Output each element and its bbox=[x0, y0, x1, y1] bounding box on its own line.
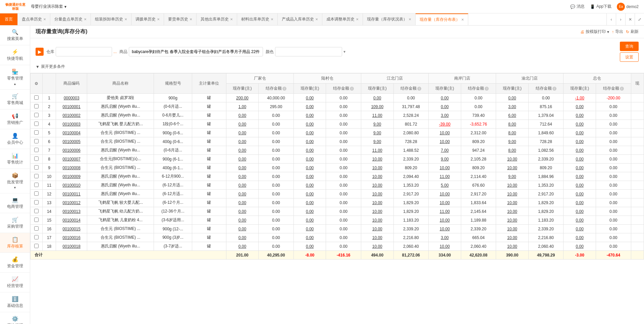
row-checkbox[interactable] bbox=[31, 216, 43, 225]
row-c2-qty[interactable]: 0.00 bbox=[293, 198, 326, 207]
row-code[interactable]: 00100018 bbox=[56, 242, 87, 251]
row-c1-qty[interactable]: 0.00 bbox=[226, 172, 259, 181]
row-c5-qty[interactable]: 8.00 bbox=[496, 120, 529, 129]
row-tot-qty[interactable]: 0.00 bbox=[564, 181, 596, 190]
row-c1-qty[interactable]: 0.00 bbox=[226, 190, 259, 198]
sidebar-item-retail-stats[interactable]: 📊 零售统计 bbox=[0, 149, 30, 169]
refresh-btn[interactable]: ↻ 刷新 bbox=[626, 29, 639, 35]
tab-close-portion-count[interactable]: ✕ bbox=[84, 17, 87, 21]
tab-material-out[interactable]: 材料出库单历史 ✕ bbox=[237, 13, 278, 26]
row-tot-qty[interactable]: 0.00 bbox=[564, 102, 596, 111]
row-c4-qty[interactable]: 7.00 bbox=[429, 146, 461, 155]
row-code[interactable]: 00100010 bbox=[56, 181, 87, 190]
row-tot-qty[interactable]: 0.00 bbox=[564, 129, 596, 137]
tab-close-stock-dist[interactable]: ✕ bbox=[461, 18, 464, 21]
lucun-amt-info[interactable]: i bbox=[350, 87, 354, 91]
row-c1-qty[interactable]: 0.00 bbox=[226, 207, 259, 216]
row-tot-qty[interactable]: 0.00 bbox=[564, 111, 596, 120]
export-btn[interactable]: ↑ 导出 bbox=[612, 29, 623, 35]
row-c4-qty[interactable]: 11.00 bbox=[429, 172, 461, 181]
row-c3-qty[interactable]: 10.00 bbox=[361, 172, 393, 181]
row-tot-qty[interactable]: 0.00 bbox=[564, 120, 596, 129]
row-c5-qty[interactable]: 9.00 bbox=[496, 137, 529, 146]
row-c1-qty[interactable]: 0.00 bbox=[226, 146, 259, 155]
sidebar-item-retail-mall[interactable]: 🛒 零售商城 bbox=[0, 90, 30, 109]
expand-conditions-btn[interactable]: ▼ 展开更多条件 bbox=[36, 64, 639, 70]
row-code[interactable]: 00100009 bbox=[56, 172, 87, 181]
row-code[interactable]: 00100002 bbox=[56, 111, 87, 120]
row-c2-qty[interactable]: 0.00 bbox=[293, 225, 326, 233]
row-c1-qty[interactable]: 0.00 bbox=[226, 225, 259, 233]
row-c4-qty[interactable]: 9.00 bbox=[429, 155, 461, 164]
row-c3-qty[interactable]: 109.00 bbox=[361, 102, 393, 111]
tab-stock-dist[interactable]: 现存量（库存分布表） ✕ bbox=[416, 13, 468, 26]
row-code[interactable]: 00100007 bbox=[56, 155, 87, 164]
row-tot-qty[interactable]: 0.00 bbox=[564, 172, 596, 181]
tab-product-in[interactable]: 产成品入库单历史 ✕ bbox=[278, 13, 322, 26]
row-c3-qty[interactable]: 10.00 bbox=[361, 225, 393, 233]
row-c2-qty[interactable]: 0.00 bbox=[293, 164, 326, 172]
row-c2-qty[interactable]: 0.00 bbox=[293, 94, 326, 102]
row-code[interactable]: 00100013 bbox=[56, 207, 87, 216]
row-c1-qty[interactable]: 0.00 bbox=[226, 233, 259, 242]
dropdown-arrow-icon[interactable]: ▾ bbox=[64, 4, 66, 9]
row-code[interactable]: 00100003 bbox=[56, 120, 87, 129]
row-c2-qty[interactable]: 0.00 bbox=[293, 242, 326, 251]
tab-next-btn[interactable]: › bbox=[616, 13, 625, 26]
row-checkbox[interactable] bbox=[31, 225, 43, 233]
row-tot-qty[interactable]: 0.00 bbox=[564, 146, 596, 155]
row-tot-qty[interactable]: 0.00 bbox=[564, 137, 596, 146]
row-c5-qty[interactable]: 10.00 bbox=[496, 207, 529, 216]
app-download-btn[interactable]: 📱 App下载 bbox=[590, 4, 611, 9]
tab-close-cost-adjust[interactable]: ✕ bbox=[356, 17, 359, 21]
tab-home[interactable]: 首页 bbox=[0, 13, 18, 26]
row-checkbox[interactable] bbox=[31, 233, 43, 242]
tab-close-material-out[interactable]: ✕ bbox=[271, 17, 273, 21]
row-c2-qty[interactable]: 0.00 bbox=[293, 181, 326, 190]
row-code[interactable]: 00100008 bbox=[56, 164, 87, 172]
row-c5-qty[interactable]: 10.00 bbox=[496, 198, 529, 207]
search-expand-arrow[interactable]: ▶ bbox=[36, 48, 44, 56]
row-c3-qty[interactable]: 10.00 bbox=[361, 181, 393, 190]
row-c4-qty[interactable]: 0.00 bbox=[429, 102, 461, 111]
tab-transfer[interactable]: 调拨单历史 ✕ bbox=[131, 13, 164, 26]
row-c5-qty[interactable]: 10.00 bbox=[496, 225, 529, 233]
tab-close-all-btn[interactable]: ✕ bbox=[625, 13, 635, 26]
warehouse-dots[interactable]: ... bbox=[113, 49, 117, 54]
row-c2-qty[interactable]: 0.00 bbox=[293, 172, 326, 181]
row-c3-qty[interactable]: 0.00 bbox=[361, 94, 393, 102]
row-c4-qty[interactable]: 10.00 bbox=[429, 137, 461, 146]
tab-demand[interactable]: 要货单历史 ✕ bbox=[164, 13, 197, 26]
tab-stock-status[interactable]: 现存量（库存状况表） ✕ bbox=[363, 13, 416, 26]
row-c3-qty[interactable]: 11.00 bbox=[361, 111, 393, 120]
row-checkbox[interactable] bbox=[31, 120, 43, 129]
yubei-amt-info[interactable]: i bbox=[552, 87, 556, 91]
row-checkbox[interactable] bbox=[31, 94, 43, 102]
tab-close-transfer[interactable]: ✕ bbox=[157, 17, 160, 21]
sidebar-item-basics[interactable]: ℹ️ 基础信息 bbox=[0, 292, 30, 312]
tab-close-product-in[interactable]: ✕ bbox=[315, 17, 318, 21]
row-code[interactable]: 00100015 bbox=[56, 225, 87, 233]
row-checkbox[interactable] bbox=[31, 242, 43, 251]
row-c4-qty[interactable]: 10.00 bbox=[429, 190, 461, 198]
tab-close-other-out[interactable]: ✕ bbox=[230, 17, 233, 21]
row-tot-qty[interactable]: 0.00 bbox=[564, 225, 596, 233]
row-c2-qty[interactable]: 0.00 bbox=[293, 129, 326, 137]
tab-close-demand[interactable]: ✕ bbox=[190, 17, 192, 21]
row-c1-qty[interactable]: 0.00 bbox=[226, 155, 259, 164]
row-c1-qty[interactable]: 0.00 bbox=[226, 129, 259, 137]
row-checkbox[interactable] bbox=[31, 102, 43, 111]
row-c5-qty[interactable]: 10.00 bbox=[496, 233, 529, 242]
color-input[interactable] bbox=[275, 47, 342, 56]
tab-assembly[interactable]: 组装拆卸单历史 ✕ bbox=[91, 13, 131, 26]
tab-prev-btn[interactable]: ‹ bbox=[606, 13, 616, 26]
row-code[interactable]: 00100005 bbox=[56, 137, 87, 146]
tab-portion-count[interactable]: 分量盘点单历史 ✕ bbox=[50, 13, 91, 26]
row-c3-qty[interactable]: 9.00 bbox=[361, 120, 393, 129]
tab-close-inventory-count[interactable]: ✕ bbox=[43, 17, 46, 21]
tab-other-out[interactable]: 其他出库单历史 ✕ bbox=[197, 13, 237, 26]
row-c4-qty[interactable]: -39.00 bbox=[429, 120, 461, 129]
row-c1-qty[interactable]: 1.00 bbox=[226, 102, 259, 111]
row-c5-qty[interactable]: 9.00 bbox=[496, 172, 529, 181]
row-c2-qty[interactable]: 0.00 bbox=[293, 102, 326, 111]
